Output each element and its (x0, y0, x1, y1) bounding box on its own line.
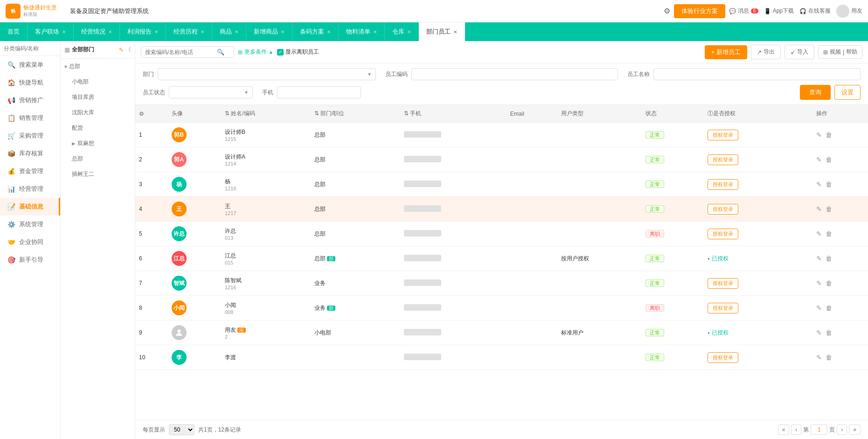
tab-close-icon[interactable]: ✕ (108, 29, 112, 35)
sidebar-search-input[interactable] (4, 45, 61, 52)
edit-icon[interactable]: ✎ (816, 329, 822, 336)
dept-item-project[interactable]: 项目库房 (61, 90, 135, 105)
dept-item-distribution[interactable]: 配货 (61, 120, 135, 136)
employee-search-input[interactable] (145, 49, 215, 56)
auth-login-button[interactable]: 授权登录 (708, 229, 738, 239)
gear-icon[interactable]: ⚙ (664, 7, 670, 15)
tab-close-icon[interactable]: ✕ (62, 29, 66, 35)
delete-icon[interactable]: 🗑 (826, 131, 832, 139)
tab-close-icon[interactable]: ✕ (373, 29, 377, 35)
dept-item-hq[interactable]: 总部 (61, 151, 135, 167)
dept-filter-select[interactable]: ▾ (158, 68, 376, 80)
auth-login-button[interactable]: 授权登录 (708, 352, 738, 363)
tab-bom[interactable]: 物料清单✕ (339, 22, 385, 41)
dept-item-double[interactable]: ▶ 双麻想 (61, 136, 135, 151)
reset-button[interactable]: 设置 (834, 85, 861, 100)
delete-icon[interactable]: 🗑 (826, 230, 832, 237)
app-download-button[interactable]: 📱 App下载 (764, 7, 794, 15)
col-name[interactable]: ⇅ 姓名/编码 (221, 105, 311, 123)
query-button[interactable]: 查询 (800, 85, 831, 100)
edit-icon[interactable]: ✎ (816, 279, 822, 287)
sidebar-item-purchase[interactable]: 🛒采购管理 (0, 127, 60, 145)
delete-icon[interactable]: 🗑 (826, 205, 832, 213)
tab-new-goods[interactable]: 新增商品✕ (246, 22, 292, 41)
col-phone[interactable]: ⇅ 手机 (400, 105, 507, 123)
import-button[interactable]: ↙ 导入 (785, 45, 814, 59)
tab-close-icon[interactable]: ✕ (407, 29, 411, 35)
delete-icon[interactable]: 🗑 (826, 279, 832, 287)
view-toggle[interactable]: ⊞ 视频 | 帮助 (818, 45, 862, 59)
col-settings[interactable]: ⚙ (135, 105, 168, 123)
sidebar-item-search[interactable]: 🔍搜索菜单 (0, 56, 60, 74)
sidebar-item-system[interactable]: ⚙️系统管理 (0, 216, 60, 233)
edit-icon[interactable]: ✎ (816, 205, 822, 213)
user-menu[interactable]: 用友 (836, 5, 862, 18)
auth-login-button[interactable]: 授权登录 (708, 154, 738, 165)
dept-edit-icon[interactable]: ✎ (119, 47, 124, 53)
delete-icon[interactable]: 🗑 (826, 255, 832, 262)
sidebar-item-collab[interactable]: 🤝企业协同 (0, 233, 60, 251)
prev-page-btn[interactable]: ‹ (791, 425, 801, 435)
emp-code-input[interactable] (411, 68, 618, 80)
more-filter-btn[interactable]: ⊞ 更多条件 ▲ (238, 48, 273, 56)
show-resigned-toggle[interactable]: ✓ 显示离职员工 (277, 48, 319, 56)
sidebar-item-nav[interactable]: 🏠快捷导航 (0, 74, 60, 91)
dept-item-shenyang[interactable]: 沈阳大库 (61, 105, 135, 120)
sidebar-item-guide[interactable]: 🎯新手引导 (0, 251, 60, 269)
dept-item-plantree[interactable]: 插树王二 (61, 167, 135, 182)
tab-close-icon[interactable]: ✕ (154, 29, 158, 35)
edit-icon[interactable]: ✎ (816, 255, 822, 262)
edit-icon[interactable]: ✎ (816, 354, 822, 361)
message-button[interactable]: 💬 消息 6 (729, 7, 758, 15)
auth-login-button[interactable]: 授权登录 (708, 130, 738, 140)
auth-login-button[interactable]: 授权登录 (708, 179, 738, 190)
sidebar-item-finance[interactable]: 💰资金管理 (0, 162, 60, 180)
col-dept[interactable]: ⇅ 部门/职位 (311, 105, 400, 123)
online-service-button[interactable]: 🎧 在线客服 (799, 7, 831, 15)
dept-item-electronics[interactable]: 小电部 (61, 74, 135, 90)
delete-icon[interactable]: 🗑 (826, 181, 832, 188)
tab-close-icon[interactable]: ✕ (235, 29, 238, 35)
tab-operation[interactable]: 经营情况✕ (74, 22, 120, 41)
export-button[interactable]: ↗ 导出 (751, 45, 781, 59)
auth-login-button[interactable]: 授权登录 (708, 303, 738, 314)
page-number-input[interactable] (811, 425, 827, 435)
sidebar-item-inventory[interactable]: 📦库存核算 (0, 145, 60, 162)
delete-icon[interactable]: 🗑 (826, 329, 832, 336)
last-page-btn[interactable]: » (849, 425, 861, 435)
tab-close-icon[interactable]: ✕ (201, 29, 204, 35)
tab-history[interactable]: 经营历程✕ (166, 22, 212, 41)
sidebar-item-sales[interactable]: 📋销售管理 (0, 109, 60, 127)
tab-profit[interactable]: 利润报告✕ (120, 22, 166, 41)
emp-name-input[interactable] (653, 68, 861, 80)
sidebar-item-operation[interactable]: 📊经营管理 (0, 180, 60, 198)
tab-home[interactable]: 首页 (0, 22, 28, 41)
tab-customer[interactable]: 客户联络✕ (28, 22, 74, 41)
tab-barcode[interactable]: 条码方案✕ (292, 22, 339, 41)
tab-goods[interactable]: 商品✕ (212, 22, 246, 41)
phone-input[interactable] (277, 86, 361, 98)
edit-icon[interactable]: ✎ (816, 156, 822, 163)
sidebar-item-basic[interactable]: 📝基础信息 (0, 198, 60, 216)
tab-employee[interactable]: 部门员工✕ (419, 22, 465, 41)
add-employee-button[interactable]: + 新增员工 (705, 45, 747, 59)
tab-warehouse[interactable]: 仓库✕ (385, 22, 419, 41)
per-page-select[interactable]: 50 20 100 (169, 424, 194, 435)
dept-item-head[interactable]: ▾ 总部 (61, 59, 135, 74)
delete-icon[interactable]: 🗑 (826, 156, 832, 163)
emp-status-select[interactable]: ▾ (169, 86, 253, 98)
tab-close-active-icon[interactable]: ✕ (453, 29, 457, 35)
auth-login-button[interactable]: 授权登录 (708, 204, 738, 215)
edit-icon[interactable]: ✎ (816, 131, 822, 139)
tab-close-icon[interactable]: ✕ (281, 29, 285, 35)
trial-button[interactable]: 体验行业方案 (674, 4, 725, 18)
sidebar-item-marketing[interactable]: 📢营销推广 (0, 91, 60, 109)
next-page-btn[interactable]: › (837, 425, 847, 435)
delete-icon[interactable]: 🗑 (826, 354, 832, 361)
edit-icon[interactable]: ✎ (816, 304, 822, 312)
edit-icon[interactable]: ✎ (816, 181, 822, 188)
edit-icon[interactable]: ✎ (816, 230, 822, 237)
auth-login-button[interactable]: 授权登录 (708, 278, 738, 289)
first-page-btn[interactable]: « (778, 425, 790, 435)
dept-collapse-icon[interactable]: 《 (125, 46, 131, 54)
